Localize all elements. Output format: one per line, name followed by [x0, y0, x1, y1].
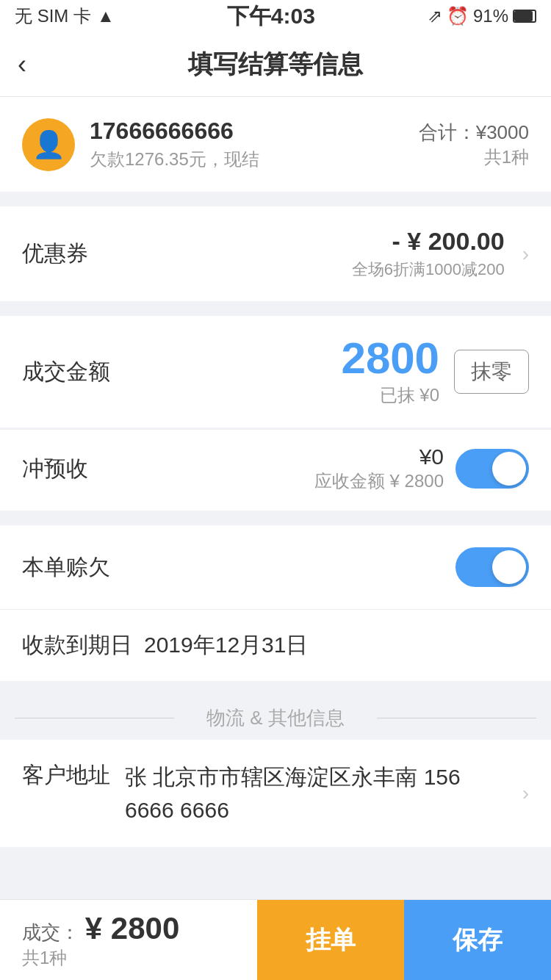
- bottom-bar: 成交： ¥ 2800 共1种 挂单 保存: [0, 899, 551, 980]
- location-icon: ⇗: [428, 6, 442, 26]
- bottom-deal-count: 共1种: [22, 946, 235, 970]
- prepay-right: ¥0 应收金额 ¥ 2800: [314, 444, 529, 493]
- page-title: 填写结算等信息: [188, 48, 363, 82]
- deal-amount-wrap: 2800 已抹 ¥0: [342, 336, 439, 407]
- bottom-deal-line: 成交： ¥ 2800: [22, 911, 235, 946]
- duedate-section: 收款到期日 2019年12月31日: [0, 609, 551, 681]
- duedate-label: 收款到期日: [22, 630, 132, 660]
- debt-toggle[interactable]: [455, 547, 529, 587]
- debt-label: 本单赊欠: [22, 552, 110, 583]
- hang-button[interactable]: 挂单: [257, 900, 404, 981]
- coupon-arrow-icon: ›: [522, 242, 529, 266]
- status-bar: 无 SIM 卡 ▲ 下午4:03 ⇗ ⏰ 91%: [0, 0, 551, 32]
- address-arrow-icon: ›: [522, 782, 529, 805]
- battery-text: 91%: [473, 6, 508, 26]
- customer-phone: 17666666666: [90, 118, 259, 145]
- customer-info: 17666666666 欠款1276.35元，现结: [90, 118, 259, 171]
- customer-left: 👤 17666666666 欠款1276.35元，现结: [22, 118, 259, 171]
- toggle-thumb: [492, 452, 526, 486]
- total-label: 合计：¥3000: [419, 120, 529, 145]
- deal-right: 2800 已抹 ¥0 抹零: [342, 336, 529, 407]
- total-count: 共1种: [419, 145, 529, 169]
- customer-card: 👤 17666666666 欠款1276.35元，现结 合计：¥3000 共1种: [0, 97, 551, 192]
- coupon-desc: 全场6折满1000减200: [352, 259, 505, 281]
- address-section: 客户地址 张 北京市市辖区海淀区永丰南 156 6666 6666 ›: [0, 740, 551, 847]
- prepay-values: ¥0 应收金额 ¥ 2800: [314, 444, 444, 493]
- avatar: 👤: [22, 118, 75, 171]
- coupon-right-area: - ¥ 200.00 全场6折满1000减200 ›: [352, 227, 529, 281]
- divider-3: [0, 511, 551, 525]
- status-right: ⇗ ⏰ 91%: [428, 6, 536, 26]
- back-button[interactable]: ‹: [18, 49, 26, 80]
- deal-amount-row: 成交金额 2800 已抹 ¥0 抹零: [22, 336, 529, 407]
- alarm-icon: ⏰: [447, 6, 469, 26]
- debt-toggle-thumb: [492, 550, 526, 584]
- coupon-label: 优惠券: [22, 239, 88, 269]
- coupon-row[interactable]: 优惠券 - ¥ 200.00 全场6折满1000减200 ›: [0, 206, 551, 301]
- debt-row: 本单赊欠: [22, 547, 529, 587]
- prepay-row: 冲预收 ¥0 应收金额 ¥ 2800: [22, 444, 529, 493]
- avatar-icon: 👤: [32, 129, 65, 160]
- time-display: 下午4:03: [227, 1, 315, 32]
- deal-amount-section: 成交金额 2800 已抹 ¥0 抹零: [0, 316, 551, 428]
- address-label: 客户地址: [22, 760, 110, 790]
- prepay-toggle[interactable]: [455, 449, 529, 489]
- debt-section: 本单赊欠: [0, 525, 551, 609]
- logistics-divider: 物流 & 其他信息: [0, 696, 551, 740]
- duedate-value: 2019年12月31日: [144, 630, 308, 660]
- address-value: 张 北京市市辖区海淀区永丰南 156 6666 6666: [125, 760, 508, 826]
- customer-totals: 合计：¥3000 共1种: [419, 120, 529, 169]
- nav-bar: ‹ 填写结算等信息: [0, 32, 551, 97]
- prepay-section: 冲预收 ¥0 应收金额 ¥ 2800: [0, 429, 551, 511]
- deal-erased: 已抹 ¥0: [342, 383, 439, 407]
- divider-2: [0, 301, 551, 316]
- bottom-summary: 成交： ¥ 2800 共1种: [0, 911, 257, 970]
- save-button[interactable]: 保存: [404, 900, 551, 981]
- coupon-section: 优惠券 - ¥ 200.00 全场6折满1000减200 ›: [0, 206, 551, 301]
- prepay-receivable: 应收金额 ¥ 2800: [314, 469, 444, 493]
- wifi-icon: ▲: [97, 6, 115, 26]
- status-left: 无 SIM 卡 ▲: [15, 4, 115, 28]
- divider-4: [0, 681, 551, 696]
- bottom-deal-label: 成交：: [22, 921, 79, 943]
- bottom-deal-value: ¥ 2800: [85, 911, 179, 945]
- deal-amount-value: 2800: [342, 336, 439, 381]
- coupon-info: - ¥ 200.00 全场6折满1000减200: [352, 227, 505, 281]
- logistics-line-right: [377, 718, 536, 718]
- battery-icon: [513, 10, 536, 23]
- carrier-text: 无 SIM 卡: [15, 4, 91, 28]
- coupon-amount: - ¥ 200.00: [352, 227, 505, 256]
- customer-debt: 欠款1276.35元，现结: [90, 148, 259, 171]
- divider-1: [0, 192, 551, 206]
- prepay-amount: ¥0: [314, 444, 444, 469]
- duedate-row: 收款到期日 2019年12月31日: [22, 630, 529, 660]
- logistics-line-left: [15, 718, 174, 718]
- deal-amount-label: 成交金额: [22, 357, 110, 387]
- logistics-text: 物流 & 其他信息: [206, 705, 345, 731]
- prepay-label: 冲预收: [22, 454, 88, 484]
- address-row[interactable]: 客户地址 张 北京市市辖区海淀区永丰南 156 6666 6666 ›: [22, 760, 529, 826]
- round-button[interactable]: 抹零: [454, 350, 529, 394]
